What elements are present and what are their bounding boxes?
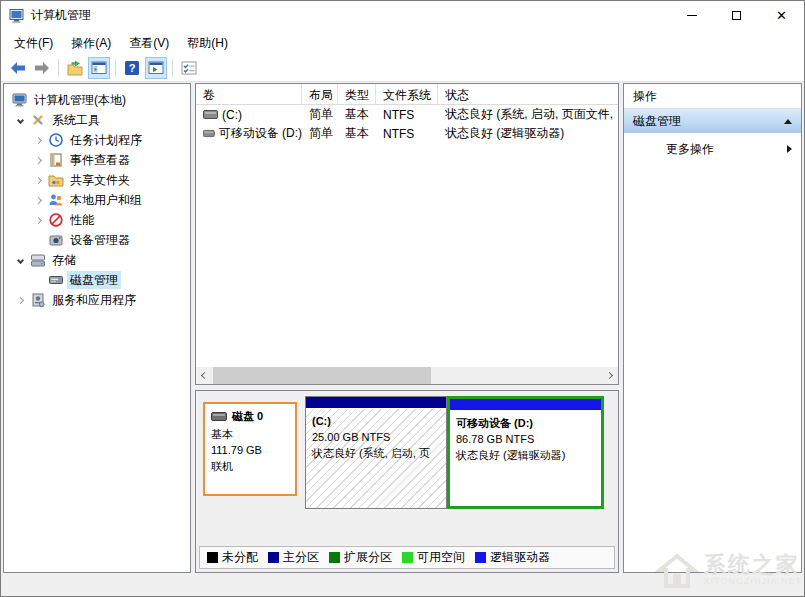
- scroll-left-icon[interactable]: [196, 367, 213, 384]
- legend-label: 逻辑驱动器: [490, 549, 550, 566]
- scrollbar-thumb[interactable]: [213, 367, 431, 384]
- expander-expanded-icon[interactable]: [13, 253, 28, 268]
- scroll-right-icon[interactable]: [601, 367, 618, 384]
- volume-row-c[interactable]: (C:) 简单 基本 NTFS 状态良好 (系统, 启动, 页面文件,: [196, 105, 618, 124]
- partition-status: 状态良好 (系统, 启动, 页: [312, 445, 440, 461]
- column-header-volume[interactable]: 卷: [196, 84, 302, 104]
- maximize-button[interactable]: [714, 1, 759, 30]
- standard-view-button[interactable]: [178, 57, 200, 79]
- disk-status: 联机: [211, 458, 289, 474]
- tree-item-label: 服务和应用程序: [52, 292, 136, 309]
- services-icon: [30, 292, 46, 308]
- legend-label: 未分配: [222, 549, 258, 566]
- event-viewer-icon: [48, 152, 64, 168]
- minimize-button[interactable]: [669, 1, 714, 30]
- tree-item-device-manager[interactable]: 设备管理器: [4, 230, 190, 250]
- tree-item-label: 计算机管理(本地): [34, 92, 126, 109]
- disk-name: 磁盘 0: [232, 408, 263, 424]
- menu-help[interactable]: 帮助(H): [178, 30, 237, 55]
- help-button[interactable]: ?: [121, 57, 143, 79]
- expander-expanded-icon[interactable]: [13, 113, 28, 128]
- computer-icon: [12, 92, 28, 108]
- main-area: 计算机管理(本地) 系统工具 任务计划程序: [1, 82, 804, 575]
- expander-none: [31, 273, 46, 288]
- collapse-icon[interactable]: [784, 119, 792, 124]
- tree-item-storage[interactable]: 存储: [4, 250, 190, 270]
- legend-color-swatch: [402, 552, 413, 563]
- column-header-filesystem[interactable]: 文件系统: [376, 84, 438, 104]
- horizontal-scrollbar[interactable]: [196, 367, 618, 384]
- more-actions-item[interactable]: 更多操作: [624, 133, 801, 165]
- actions-pane: 操作 磁盘管理 更多操作: [623, 83, 802, 573]
- checklist-icon: [181, 60, 197, 76]
- actions-pane-title: 操作: [624, 84, 801, 109]
- back-arrow-icon: [10, 61, 26, 75]
- tree-item-shared-folders[interactable]: 共享文件夹: [4, 170, 190, 190]
- tree-item-system-tools[interactable]: 系统工具: [4, 110, 190, 130]
- legend-label: 可用空间: [417, 549, 465, 566]
- partition-d-color-bar: [450, 399, 601, 411]
- tree-item-performance[interactable]: 性能: [4, 210, 190, 230]
- device-manager-icon: [48, 232, 64, 248]
- close-button[interactable]: ✕: [759, 1, 804, 30]
- volume-row-d[interactable]: 可移动设备 (D:) 简单 基本 NTFS 状态良好 (逻辑驱动器): [196, 124, 618, 143]
- tree-item-label: 本地用户和组: [70, 192, 142, 209]
- actions-section-disk-management[interactable]: 磁盘管理: [624, 109, 801, 133]
- tree-item-local-users-groups[interactable]: 本地用户和组: [4, 190, 190, 210]
- toolbar-separator: [58, 59, 59, 77]
- storage-icon: [30, 252, 46, 268]
- disk-graphical-panel: 磁盘 0 基本 111.79 GB 联机 (C:) 25.00 GB NTFS: [195, 390, 619, 573]
- volume-name: (C:): [222, 108, 242, 122]
- menu-file[interactable]: 文件(F): [5, 30, 62, 55]
- tree-item-label: 性能: [70, 212, 94, 229]
- expander-collapsed-icon[interactable]: [31, 213, 46, 228]
- tree-item-label: 设备管理器: [70, 232, 130, 249]
- legend-item-unallocated: 未分配: [207, 549, 258, 566]
- tree-item-event-viewer[interactable]: 事件查看器: [4, 150, 190, 170]
- app-icon: [9, 8, 25, 24]
- disk-size: 111.79 GB: [211, 442, 289, 458]
- tree-item-task-scheduler[interactable]: 任务计划程序: [4, 130, 190, 150]
- maximize-icon: [732, 11, 741, 20]
- partition-c[interactable]: (C:) 25.00 GB NTFS 状态良好 (系统, 启动, 页: [305, 396, 447, 509]
- expander-none: [31, 233, 46, 248]
- tree-item-computer-management[interactable]: 计算机管理(本地): [4, 90, 190, 110]
- column-header-type[interactable]: 类型: [338, 84, 376, 104]
- console-tree-toggle-button[interactable]: [88, 57, 110, 79]
- legend-item-logical-drive: 逻辑驱动器: [475, 549, 550, 566]
- tree-item-label: 事件查看器: [70, 152, 130, 169]
- expander-collapsed-icon[interactable]: [31, 133, 46, 148]
- column-header-layout[interactable]: 布局: [302, 84, 338, 104]
- legend-item-primary-partition: 主分区: [268, 549, 319, 566]
- partition-size: 25.00 GB NTFS: [312, 429, 440, 445]
- tree-item-services-applications[interactable]: 服务和应用程序: [4, 290, 190, 310]
- partition-size: 86.78 GB NTFS: [456, 431, 595, 447]
- toolbar-separator: [115, 59, 116, 77]
- volume-icon: [203, 110, 218, 119]
- tree-item-disk-management[interactable]: 磁盘管理: [4, 270, 190, 290]
- back-button[interactable]: [7, 57, 29, 79]
- expander-collapsed-icon[interactable]: [31, 173, 46, 188]
- legend-label: 扩展分区: [344, 549, 392, 566]
- middle-column: 卷 布局 类型 文件系统 状态 (C:) 简单 基本 NTFS 状态良好 (系统…: [195, 83, 619, 573]
- action-pane-toggle-button[interactable]: [145, 57, 167, 79]
- disk-0-label-box[interactable]: 磁盘 0 基本 111.79 GB 联机: [203, 402, 297, 496]
- submenu-arrow-icon: [787, 145, 792, 153]
- titlebar: 计算机管理 ✕: [1, 1, 804, 30]
- window-title: 计算机管理: [31, 7, 669, 24]
- forward-button[interactable]: [31, 57, 53, 79]
- menu-view[interactable]: 查看(V): [120, 30, 178, 55]
- svg-text:?: ?: [129, 62, 136, 74]
- expander-collapsed-icon[interactable]: [31, 193, 46, 208]
- expander-collapsed-icon[interactable]: [13, 293, 28, 308]
- export-list-button[interactable]: [64, 57, 86, 79]
- expander-collapsed-icon[interactable]: [31, 153, 46, 168]
- volume-type: 基本: [338, 106, 376, 123]
- console-tree-icon: [91, 60, 107, 76]
- partition-name: (C:): [312, 413, 440, 429]
- partition-d[interactable]: 可移动设备 (D:) 86.78 GB NTFS 状态良好 (逻辑驱动器): [447, 396, 604, 509]
- volume-type: 基本: [338, 125, 376, 142]
- column-header-status[interactable]: 状态: [438, 84, 618, 104]
- menu-action[interactable]: 操作(A): [62, 30, 120, 55]
- more-actions-label: 更多操作: [666, 141, 714, 158]
